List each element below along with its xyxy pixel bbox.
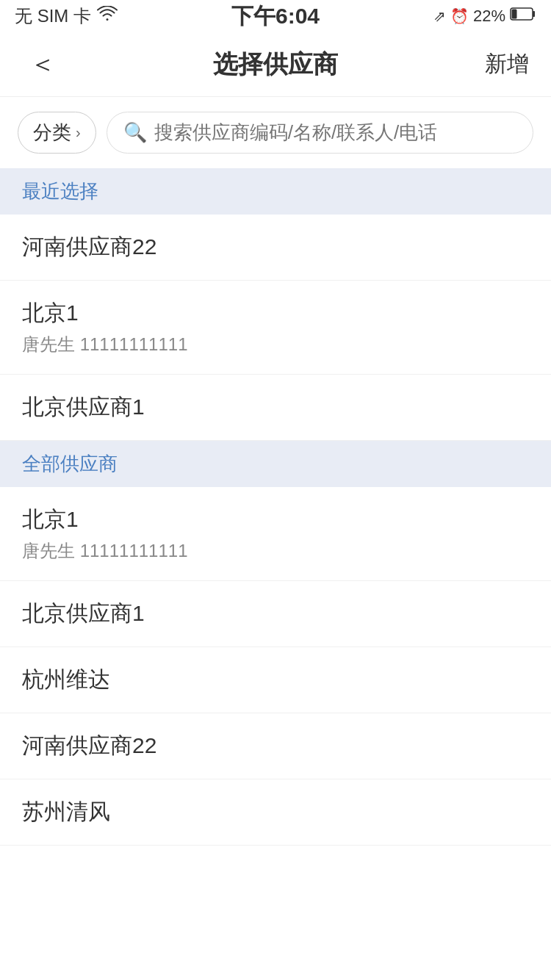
item-name: 北京供应商1 bbox=[22, 392, 529, 422]
wifi-icon bbox=[97, 6, 118, 26]
category-button[interactable]: 分类 › bbox=[18, 112, 96, 154]
all-items-list: 北京1 唐先生 11111111111 北京供应商1 杭州维达 河南供应商22 … bbox=[0, 487, 551, 846]
filter-bar: 分类 › 🔍 bbox=[0, 97, 551, 168]
nav-bar: ＜ 选择供应商 新增 bbox=[0, 32, 551, 97]
all-section-header: 全部供应商 bbox=[0, 441, 551, 487]
all-section-label: 全部供应商 bbox=[22, 453, 118, 475]
recent-items-list: 河南供应商22 北京1 唐先生 11111111111 北京供应商1 bbox=[0, 215, 551, 441]
battery-label: 22% bbox=[473, 7, 505, 26]
search-input[interactable] bbox=[154, 121, 516, 144]
search-box: 🔍 bbox=[107, 112, 533, 154]
list-item[interactable]: 北京供应商1 bbox=[0, 375, 551, 441]
item-sub: 唐先生 11111111111 bbox=[22, 333, 529, 356]
item-name: 河南供应商22 bbox=[22, 232, 529, 262]
carrier-label: 无 SIM 卡 bbox=[15, 4, 91, 28]
status-bar: 无 SIM 卡 下午6:04 ⇗ ⏰ 22% bbox=[0, 0, 551, 32]
item-name: 北京1 bbox=[22, 298, 529, 328]
item-name: 北京供应商1 bbox=[22, 599, 529, 629]
svg-rect-1 bbox=[533, 11, 535, 17]
status-time: 下午6:04 bbox=[231, 1, 320, 32]
list-item[interactable]: 河南供应商22 bbox=[0, 215, 551, 281]
chevron-right-icon: › bbox=[76, 124, 81, 141]
recent-section-header: 最近选择 bbox=[0, 168, 551, 215]
add-button[interactable]: 新增 bbox=[485, 49, 529, 79]
item-name: 北京1 bbox=[22, 505, 529, 535]
page-title: 选择供应商 bbox=[213, 48, 338, 82]
svg-rect-2 bbox=[512, 10, 517, 19]
list-item[interactable]: 北京供应商1 bbox=[0, 581, 551, 647]
list-item[interactable]: 北京1 唐先生 11111111111 bbox=[0, 281, 551, 375]
item-sub: 唐先生 11111111111 bbox=[22, 539, 529, 563]
recent-section-label: 最近选择 bbox=[22, 180, 98, 202]
status-left: 无 SIM 卡 bbox=[15, 4, 118, 28]
item-name: 苏州清风 bbox=[22, 797, 529, 827]
list-item[interactable]: 杭州维达 bbox=[0, 647, 551, 713]
search-icon: 🔍 bbox=[123, 121, 147, 144]
list-item[interactable]: 河南供应商22 bbox=[0, 713, 551, 779]
item-name: 杭州维达 bbox=[22, 665, 529, 695]
location-icon: ⇗ bbox=[433, 7, 446, 25]
list-item[interactable]: 苏州清风 bbox=[0, 779, 551, 846]
list-item[interactable]: 北京1 唐先生 11111111111 bbox=[0, 487, 551, 581]
back-button[interactable]: ＜ bbox=[22, 39, 63, 90]
category-label: 分类 bbox=[33, 120, 71, 145]
alarm-icon: ⏰ bbox=[450, 7, 469, 25]
item-name: 河南供应商22 bbox=[22, 731, 529, 761]
battery-icon bbox=[510, 7, 536, 26]
status-right: ⇗ ⏰ 22% bbox=[433, 7, 536, 26]
